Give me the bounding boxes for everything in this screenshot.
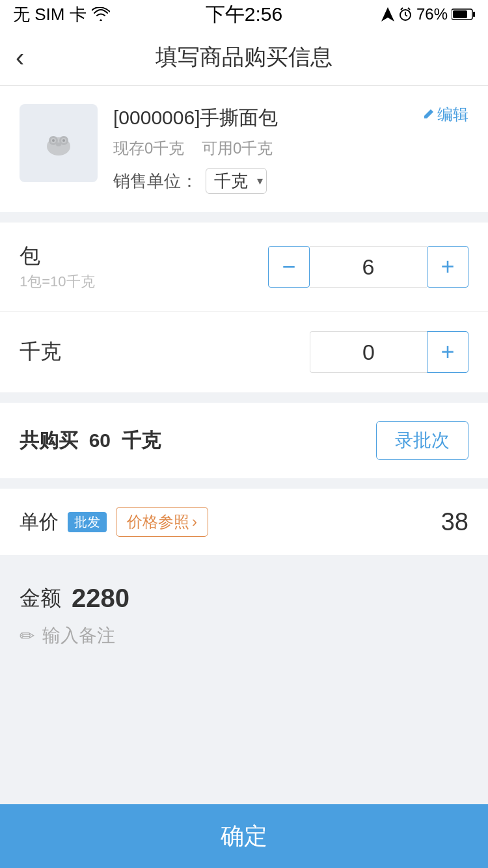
price-section: 单价 批发 价格参照 › 38 <box>0 489 488 555</box>
batch-tag: 批发 <box>68 512 107 532</box>
total-text: 共购买 60 千克 <box>20 427 161 454</box>
note-placeholder: 输入备注 <box>42 623 115 648</box>
amount-row: 金额 2280 <box>20 584 468 613</box>
total-section: 共购买 60 千克 录批次 <box>0 403 488 478</box>
bao-plus-button[interactable]: + <box>427 246 468 288</box>
product-stock: 现存0千克 可用0千克 <box>113 138 468 159</box>
quantity-section: 包 1包=10千克 − + 千克 + <box>0 223 488 392</box>
status-carrier: 无 SIM 卡 <box>13 3 110 26</box>
back-button[interactable]: ‹ <box>16 44 24 70</box>
price-label: 单价 <box>20 509 59 536</box>
svg-point-15 <box>62 139 65 142</box>
status-right: 76% <box>381 5 475 23</box>
wifi-icon <box>92 7 110 21</box>
product-info: [0000006]手撕面包 编辑 现存0千克 可用0千克 销售单位： 千克 <box>113 104 468 194</box>
battery-icon <box>452 8 475 20</box>
kg-plus-button[interactable]: + <box>427 331 468 373</box>
quantity-kg-row: 千克 + <box>0 312 488 392</box>
total-row: 共购买 60 千克 录批次 <box>0 403 488 478</box>
price-row: 单价 批发 价格参照 › 38 <box>0 489 488 555</box>
carrier-text: 无 SIM 卡 <box>13 3 87 26</box>
quantity-bao-row: 包 1包=10千克 − + <box>0 223 488 312</box>
status-bar: 无 SIM 卡 下午2:56 76% <box>0 0 488 29</box>
bao-quantity-input[interactable] <box>310 246 427 288</box>
batch-button[interactable]: 录批次 <box>376 421 468 460</box>
battery-text: 76% <box>416 5 448 23</box>
product-card: [0000006]手撕面包 编辑 现存0千克 可用0千克 销售单位： 千克 <box>0 86 488 212</box>
kg-controls: + <box>310 331 468 373</box>
unit-label: 销售单位： <box>113 170 198 193</box>
content-spacer <box>0 661 488 804</box>
nav-bar: ‹ 填写商品购买信息 <box>0 29 488 86</box>
page-title: 填写商品购买信息 <box>156 42 332 72</box>
product-name: [0000006]手撕面包 <box>113 104 278 131</box>
bao-sublabel: 1包=10千克 <box>20 272 268 292</box>
unit-select[interactable]: 千克 <box>206 168 267 194</box>
bao-minus-button[interactable]: − <box>268 246 310 288</box>
product-thumbnail <box>20 104 98 182</box>
note-icon: ✏ <box>20 625 34 647</box>
status-time: 下午2:56 <box>206 1 282 28</box>
price-ref-button[interactable]: 价格参照 › <box>116 507 208 537</box>
amount-label: 金额 <box>20 584 61 613</box>
price-value: 38 <box>441 508 468 536</box>
svg-point-14 <box>52 139 55 142</box>
unit-select-wrap[interactable]: 千克 <box>206 168 267 194</box>
note-row[interactable]: ✏ 输入备注 <box>20 623 468 648</box>
amount-value: 2280 <box>72 584 129 613</box>
svg-rect-7 <box>473 12 475 17</box>
price-label-group: 单价 批发 价格参照 › <box>20 507 208 537</box>
svg-rect-8 <box>453 10 467 18</box>
svg-line-3 <box>405 15 407 16</box>
svg-line-4 <box>401 8 403 10</box>
confirm-button[interactable]: 确定 <box>221 821 267 852</box>
amount-section: 金额 2280 ✏ 输入备注 <box>0 565 488 661</box>
location-icon <box>381 7 394 21</box>
confirm-bar[interactable]: 确定 <box>0 804 488 868</box>
bao-label: 包 <box>20 242 268 271</box>
svg-point-16 <box>56 142 61 146</box>
svg-marker-0 <box>381 7 394 21</box>
svg-line-5 <box>408 8 410 10</box>
total-amount: 60 <box>89 429 111 451</box>
edit-button[interactable]: 编辑 <box>422 104 468 125</box>
kg-label: 千克 <box>20 338 310 366</box>
kg-quantity-input[interactable] <box>310 331 427 373</box>
alarm-icon <box>398 7 413 21</box>
product-unit-row: 销售单位： 千克 <box>113 168 468 194</box>
bao-controls: − + <box>268 246 468 288</box>
